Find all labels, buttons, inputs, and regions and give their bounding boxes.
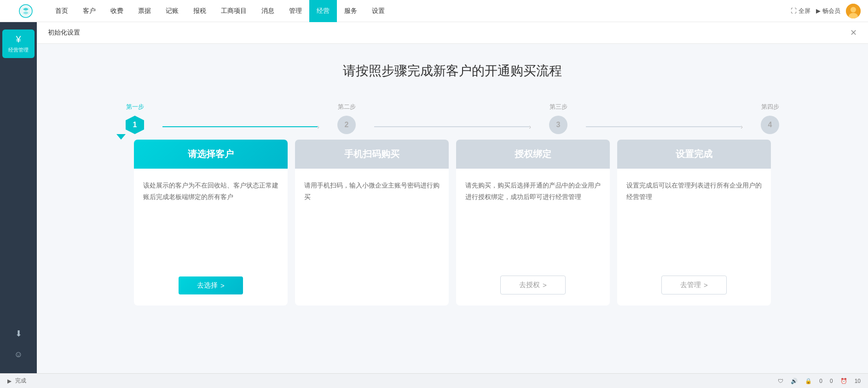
- card-1-body: 该处展示的客户为不在回收站、客户状态正常建账后完成老板端绑定的所有客户: [134, 169, 288, 269]
- step-card-3: 授权绑定 请先购买，购买后选择开通的产品中的企业用户进行授权绑定，成功后即可进行…: [456, 140, 610, 306]
- step-1-btn[interactable]: 去选择 >: [179, 276, 243, 294]
- connector-2: ›: [374, 123, 531, 130]
- fullscreen-icon: ⛶: [791, 7, 797, 14]
- steps-title: 请按照步骤完成新客户的开通购买流程: [343, 62, 562, 80]
- nav-right: ⛶ 全屏 ▶ 畅会员: [791, 4, 861, 18]
- step-2-label: 第二步: [338, 103, 356, 111]
- svg-point-2: [851, 7, 856, 12]
- nav-home[interactable]: 首页: [48, 0, 75, 22]
- operation-icon: ¥: [16, 34, 21, 45]
- step-cards: 请选择客户 该处展示的客户为不在回收站、客户状态正常建账后完成老板端绑定的所有客…: [130, 140, 775, 306]
- card-1-footer: 去选择 >: [134, 269, 288, 306]
- step-3-node: 第三步 3: [531, 103, 586, 134]
- step-4-btn[interactable]: 去管理 >: [661, 276, 727, 294]
- sidebar-download[interactable]: ⬇: [2, 324, 35, 343]
- lock-icon: 🔒: [805, 378, 812, 384]
- connector-1: ›: [162, 123, 319, 130]
- step-4-circle: 4: [761, 116, 779, 134]
- step-1-node: 第一步 1: [107, 103, 162, 134]
- status-text: 完成: [15, 377, 26, 385]
- card-3-footer: 去授权 >: [456, 268, 610, 306]
- nav-service[interactable]: 服务: [337, 0, 365, 22]
- step-3-label: 第三步: [550, 103, 567, 111]
- close-button[interactable]: ✕: [850, 28, 857, 38]
- card-2-header: 手机扫码购买: [295, 140, 449, 169]
- logo-area: [7, 4, 44, 18]
- vip-btn[interactable]: ▶ 畅会员: [816, 7, 840, 15]
- clock-icon: ⏰: [840, 378, 847, 384]
- step-card-4: 设置完成 设置完成后可以在管理列表进行所有企业用户的经营管理 去管理 >: [617, 140, 771, 306]
- fullscreen-btn[interactable]: ⛶ 全屏: [791, 7, 810, 15]
- download-icon: ⬇: [15, 329, 22, 339]
- svg-point-0: [19, 5, 32, 18]
- card-4-footer: 去管理 >: [617, 268, 771, 306]
- play-status-icon: ▶: [7, 378, 12, 384]
- step-card-1: 请选择客户 该处展示的客户为不在回收站、客户状态正常建账后完成老板端绑定的所有客…: [134, 140, 288, 306]
- main-content: 初始化设置 ✕ 请按照步骤完成新客户的开通购买流程 第一步 1 ›: [37, 22, 868, 373]
- card-4-body: 设置完成后可以在管理列表进行所有企业用户的经营管理: [617, 169, 771, 268]
- card-2-body: 请用手机扫码，输入小微企业主账号密码进行购买: [295, 169, 449, 287]
- card-3-body: 请先购买，购买后选择开通的产品中的企业用户进行授权绑定，成功后即可进行经营管理: [456, 169, 610, 268]
- user-avatar[interactable]: [846, 4, 861, 18]
- status-bar: ▶ 完成 🛡 🔊 🔒 0 0 ⏰ 10: [0, 373, 868, 388]
- step-card-2: 手机扫码购买 请用手机扫码，输入小微企业主账号密码进行购买: [295, 140, 449, 306]
- nav-tax[interactable]: 报税: [186, 0, 214, 22]
- nav-operation[interactable]: 经营: [309, 0, 337, 22]
- step-3-btn[interactable]: 去授权 >: [500, 276, 566, 294]
- card-2-footer: [295, 287, 449, 306]
- nav-account[interactable]: 记账: [158, 0, 186, 22]
- page-header: 初始化设置 ✕: [37, 22, 868, 44]
- num1: 0: [819, 378, 822, 384]
- sidebar-bottom: ⬇ ☺: [2, 324, 35, 373]
- sound-icon: 🔊: [791, 378, 798, 384]
- step-1-label: 第一步: [126, 103, 144, 111]
- steps-container: 请按照步骤完成新客户的开通购买流程 第一步 1 › 第二步 2: [37, 44, 868, 324]
- connector-3: ›: [586, 123, 742, 130]
- step-2-circle: 2: [337, 116, 356, 134]
- app-logo: [18, 4, 33, 18]
- nav-message[interactable]: 消息: [254, 0, 282, 22]
- status-left: ▶ 完成: [7, 377, 26, 385]
- top-nav: 首页 客户 收费 票据 记账 报税 工商项目 消息 管理 经营 服务 设置 ⛶ …: [0, 0, 868, 22]
- status-right: 🛡 🔊 🔒 0 0 ⏰ 10: [778, 378, 861, 384]
- time-display: 10: [855, 378, 861, 384]
- num2: 0: [830, 378, 833, 384]
- card-4-header: 设置完成: [617, 140, 771, 169]
- nav-customer[interactable]: 客户: [75, 0, 103, 22]
- step-4-node: 第四步 4: [742, 103, 798, 134]
- main-layout: ¥ 经营管理 ⬇ ☺ 初始化设置 ✕ 请按照步骤完成新客户的开通购买流程: [0, 22, 868, 373]
- page-title: 初始化设置: [48, 29, 80, 37]
- nav-charge[interactable]: 收费: [103, 0, 131, 22]
- nav-manage[interactable]: 管理: [282, 0, 309, 22]
- sidebar-item-operation[interactable]: ¥ 经营管理: [2, 29, 35, 58]
- sidebar-help[interactable]: ☺: [2, 345, 35, 364]
- play-icon: ▶: [816, 7, 821, 14]
- step-2-node: 第二步 2: [319, 103, 374, 134]
- nav-settings[interactable]: 设置: [365, 0, 392, 22]
- help-icon: ☺: [14, 350, 23, 359]
- step-4-label: 第四步: [761, 103, 779, 111]
- step-3-circle: 3: [549, 116, 567, 134]
- step-1-circle: 1: [126, 116, 144, 134]
- nav-items: 首页 客户 收费 票据 记账 报税 工商项目 消息 管理 经营 服务 设置: [48, 0, 791, 22]
- card-3-header: 授权绑定: [456, 140, 610, 169]
- sidebar: ¥ 经营管理 ⬇ ☺: [0, 22, 37, 373]
- nav-business[interactable]: 工商项目: [214, 0, 254, 22]
- card-1-header: 请选择客户: [134, 140, 288, 169]
- nav-bill[interactable]: 票据: [131, 0, 158, 22]
- shield-icon: 🛡: [778, 378, 783, 384]
